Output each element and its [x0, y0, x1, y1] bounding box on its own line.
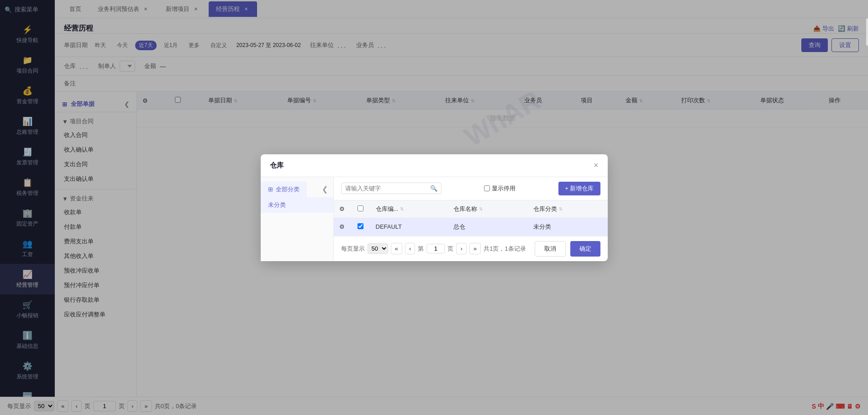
modal-unclassified-label: 未分类 — [268, 201, 286, 208]
row-settings-icon[interactable]: ⚙ — [339, 223, 345, 230]
modal-search-icon: 🔍 — [430, 185, 437, 192]
modal-cat-sort[interactable]: ⇅ — [559, 206, 563, 211]
modal-sidebar-collapse-btn[interactable]: ❮ — [318, 183, 331, 195]
modal-page-pre-label: 第 — [418, 245, 424, 253]
modal-title: 仓库 — [270, 161, 284, 170]
modal-th-settings: ⚙ — [334, 200, 352, 218]
modal-name-sort[interactable]: ⇅ — [479, 206, 483, 211]
settings-icon2[interactable]: ⚙ — [339, 205, 345, 212]
modal-th-code: 仓库编... ⇅ — [370, 200, 448, 218]
row-name-cell: 总仓 — [448, 218, 528, 236]
modal-data-table: ⚙ 仓库编... ⇅ — [334, 200, 608, 236]
modal-next-page[interactable]: › — [456, 243, 466, 254]
modal-page-label: 页 — [447, 245, 453, 253]
row-checkbox-cell — [352, 218, 370, 236]
row-code-cell: DEFAULT — [370, 218, 448, 236]
modal-actions: 取消 确定 — [535, 241, 600, 257]
modal-page-input[interactable] — [426, 244, 445, 253]
modal-th-category: 仓库分类 ⇅ — [528, 200, 608, 218]
modal-prev-page[interactable]: ‹ — [405, 243, 415, 254]
show-disabled-label: 显示停用 — [492, 184, 516, 193]
modal-toolbar: 🔍 显示停用 + 新增仓库 — [334, 177, 608, 200]
modal-close-btn[interactable]: × — [594, 161, 599, 170]
modal-category-all-label: 全部分类 — [276, 185, 300, 194]
modal-overlay: 仓库 × ⊞ 全部分类 ❮ 未分类 — [0, 0, 868, 415]
modal-search[interactable]: 🔍 — [341, 183, 442, 194]
per-page-label: 每页显示 — [341, 245, 365, 253]
modal-table-body: ⚙ DEFAULT 总仓 未分类 — [334, 218, 608, 236]
modal-unclassified-btn[interactable]: 未分类 — [261, 197, 333, 213]
row-category-cell: 未分类 — [528, 218, 608, 236]
modal-sidebar: ⊞ 全部分类 ❮ 未分类 — [261, 177, 334, 261]
modal-pagination: 每页显示 50 « ‹ 每页显示 第 页 › » 共1页，1条记录 — [341, 243, 526, 254]
modal-header: 仓库 × — [261, 154, 608, 177]
modal-th-checkbox — [352, 200, 370, 218]
per-page-select[interactable]: 50 — [368, 243, 388, 254]
modal-first-page[interactable]: « — [391, 243, 402, 254]
show-disabled-checkbox-label[interactable]: 显示停用 — [484, 184, 516, 193]
grid-icon2: ⊞ — [268, 186, 273, 193]
modal-confirm-btn[interactable]: 确定 — [570, 241, 600, 257]
modal-main: 🔍 显示停用 + 新增仓库 ⚙ — [334, 177, 608, 261]
modal-search-input[interactable] — [345, 185, 427, 192]
modal-body: ⊞ 全部分类 ❮ 未分类 🔍 — [261, 177, 608, 261]
modal-last-page[interactable]: » — [469, 243, 481, 254]
modal-category-all-btn[interactable]: ⊞ 全部分类 — [261, 182, 307, 197]
show-disabled-checkbox[interactable] — [484, 185, 490, 191]
modal-total-label: 共1页，1条记录 — [484, 245, 526, 253]
modal-code-sort[interactable]: ⇅ — [400, 206, 404, 211]
modal-table-container: ⚙ 仓库编... ⇅ — [334, 200, 608, 236]
modal-table-header-row: ⚙ 仓库编... ⇅ — [334, 200, 608, 218]
add-warehouse-btn[interactable]: + 新增仓库 — [558, 182, 600, 195]
modal-footer: 每页显示 50 « ‹ 每页显示 第 页 › » 共1页，1条记录 — [334, 236, 608, 261]
modal-table-row[interactable]: ⚙ DEFAULT 总仓 未分类 — [334, 218, 608, 236]
row-settings-cell: ⚙ — [334, 218, 352, 236]
modal-select-all[interactable] — [358, 205, 363, 211]
warehouse-modal: 仓库 × ⊞ 全部分类 ❮ 未分类 — [261, 154, 608, 261]
modal-cancel-btn[interactable]: 取消 — [535, 241, 566, 257]
row-checkbox[interactable] — [358, 223, 363, 229]
modal-th-name: 仓库名称 ⇅ — [448, 200, 528, 218]
